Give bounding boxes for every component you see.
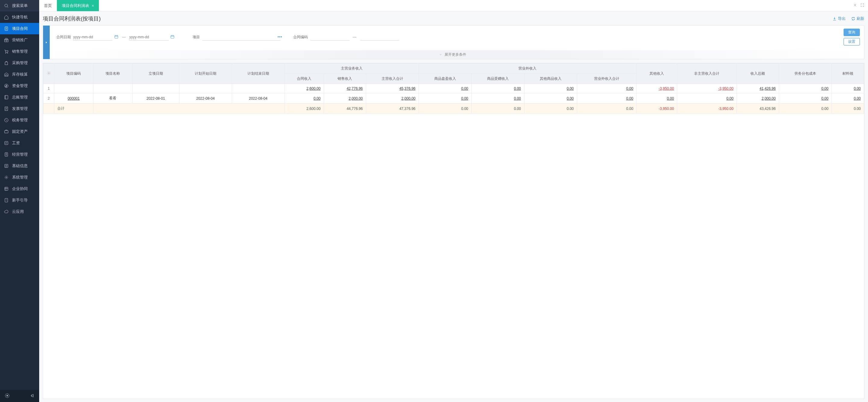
export-button[interactable]: 导出 <box>832 16 846 22</box>
cell-goods-surplus[interactable]: 0.00 <box>418 93 471 104</box>
col-nonop-total[interactable]: 营业外收入合计 <box>577 74 637 84</box>
col-init-date[interactable]: 立项日期 <box>132 64 179 84</box>
project-input[interactable] <box>202 34 281 41</box>
cell-main-income-total[interactable]: 2,000.00 <box>366 93 418 104</box>
col-contract-income[interactable]: 合同收入 <box>284 74 324 84</box>
col-main-income-total[interactable]: 主营收入合计 <box>366 74 418 84</box>
sidebar-item[interactable]: 总账管理 <box>0 92 39 103</box>
footer-other-goods: 0.00 <box>524 104 577 114</box>
cell-income-total[interactable]: 2,000.00 <box>737 93 779 104</box>
sidebar-item[interactable]: 税务管理 <box>0 114 39 126</box>
cell-contract-income[interactable]: 2,600.00 <box>284 84 324 93</box>
more-icon[interactable]: ••• <box>278 35 282 39</box>
sidebar-item-label: 快捷导航 <box>12 14 36 20</box>
tab-active[interactable]: 项目合同利润表 × <box>57 0 99 11</box>
sidebar-item[interactable]: 库存核算 <box>0 69 39 80</box>
cell-other-goods[interactable]: 0.00 <box>524 84 577 93</box>
sidebar-item[interactable]: 销售管理 <box>0 46 39 57</box>
sidebar-item[interactable]: 快捷导航 <box>0 11 39 23</box>
col-plan-end[interactable]: 计划结束日期 <box>232 64 284 84</box>
sidebar-item[interactable]: 企业协同 <box>0 183 39 195</box>
sidebar-item-label: 系统管理 <box>12 175 36 180</box>
cell-other-income[interactable]: 0.00 <box>637 93 677 104</box>
cell-nonmain-total[interactable]: 0.00 <box>677 93 737 104</box>
cell-goods-surplus[interactable]: 0.00 <box>418 84 471 93</box>
col-project-name[interactable]: 项目名称 <box>93 64 132 84</box>
sidebar-item[interactable]: 搜索菜单 <box>0 0 39 11</box>
collapse-sidebar-icon[interactable] <box>30 393 34 399</box>
cell-sales-income[interactable]: 2,000.00 <box>324 93 366 104</box>
sidebar-item[interactable]: 新手引导 <box>0 195 39 206</box>
date-to-input[interactable] <box>129 34 168 41</box>
calendar-icon[interactable] <box>170 35 175 40</box>
sidebar-item[interactable]: 发票管理 <box>0 103 39 114</box>
sidebar-item-label: 经营管理 <box>12 152 36 157</box>
filter-collapse-toggle[interactable] <box>43 26 50 59</box>
svg-point-16 <box>7 395 8 396</box>
cell-other-goods[interactable]: 0.00 <box>524 93 577 104</box>
cell-nonmain-total[interactable]: -3,950.00 <box>677 84 737 93</box>
col-labor-cost[interactable]: 劳务分包成本 <box>779 64 832 84</box>
sidebar-item[interactable]: 资金管理 <box>0 80 39 92</box>
date-from-input[interactable] <box>73 34 113 41</box>
col-nonmain-total[interactable]: 非主营收入合计 <box>677 64 737 84</box>
cell-project-code[interactable]: 000001 <box>54 93 93 104</box>
cell-contract-income[interactable]: 0.00 <box>284 93 324 104</box>
col-config-header[interactable] <box>43 64 54 84</box>
contractno-from-input[interactable] <box>310 34 349 41</box>
sidebar-item[interactable]: 项目合同 <box>0 23 39 34</box>
sidebar-item[interactable]: 系统管理 <box>0 172 39 183</box>
svg-rect-17 <box>115 35 118 38</box>
col-goods-donation[interactable]: 商品受赠收入 <box>471 74 524 84</box>
sidebar-item[interactable]: 基础信息 <box>0 160 39 172</box>
sidebar-item[interactable]: 采购管理 <box>0 57 39 69</box>
cell-goods-donation[interactable]: 0.00 <box>471 84 524 93</box>
refresh-button[interactable]: 刷新 <box>851 16 864 22</box>
cell-goods-donation[interactable]: 0.00 <box>471 93 524 104</box>
cell-labor-cost[interactable]: 0.00 <box>779 84 832 93</box>
refresh-label: 刷新 <box>857 16 864 22</box>
col-material-cost[interactable]: 材料领 <box>832 64 864 84</box>
sidebar-item[interactable]: 工资 <box>0 137 39 149</box>
cell-material-cost[interactable]: 0.00 <box>832 93 864 104</box>
col-project-code[interactable]: 项目编码 <box>54 64 93 84</box>
table-row[interactable]: 2 000001 看看 2022-08-01 2022-08-04 2022-0… <box>43 93 864 104</box>
col-other-goods[interactable]: 其他商品收入 <box>524 74 577 84</box>
settings-icon[interactable] <box>5 393 10 399</box>
col-sales-income[interactable]: 销售收入 <box>324 74 366 84</box>
cell-material-cost[interactable]: 0.00 <box>832 84 864 93</box>
close-all-icon[interactable] <box>853 3 857 8</box>
calendar-icon[interactable] <box>114 35 119 40</box>
cell-nonop-total[interactable]: 0.00 <box>577 84 637 93</box>
col-income-total[interactable]: 收入总额 <box>737 64 779 84</box>
sidebar-scroll[interactable]: 搜索菜单 快捷导航 项目合同 营销推广 销售管理 采购管理 库存核算 资金管理 <box>0 0 39 390</box>
tab-home[interactable]: 首页 <box>39 0 57 11</box>
footer-blank <box>43 104 54 114</box>
close-icon[interactable]: × <box>92 3 94 8</box>
col-goods-surplus[interactable]: 商品盘盈收入 <box>418 74 471 84</box>
cloud-icon <box>4 209 9 214</box>
cell-nonop-total[interactable]: 0.00 <box>577 93 637 104</box>
col-other-income[interactable]: 其他收入 <box>637 64 677 84</box>
cell-income-total[interactable]: 41,426.96 <box>737 84 779 93</box>
home-icon <box>4 14 9 20</box>
sidebar-item[interactable]: 营销推广 <box>0 34 39 46</box>
sidebar-item[interactable]: 经营管理 <box>0 149 39 160</box>
cell-other-income[interactable]: -3,950.00 <box>637 84 677 93</box>
cell-labor-cost[interactable]: 0.00 <box>779 93 832 104</box>
sidebar-item-label: 采购管理 <box>12 60 36 66</box>
fullscreen-icon[interactable] <box>860 3 864 8</box>
sidebar-item[interactable]: 云应用 <box>0 206 39 217</box>
footer-nonop-total: 0.00 <box>577 104 637 114</box>
settings-button[interactable]: 设置 <box>844 38 860 45</box>
sidebar-item-label: 云应用 <box>12 209 36 214</box>
cell-sales-income[interactable]: 42,776.96 <box>324 84 366 93</box>
contractno-to-input[interactable] <box>360 34 399 41</box>
table-scroll[interactable]: 项目编码 项目名称 立项日期 计划开始日期 计划结束日期 主营业务收入 营业外收… <box>43 63 864 399</box>
col-plan-start[interactable]: 计划开始日期 <box>179 64 232 84</box>
sidebar-item[interactable]: 固定资产 <box>0 126 39 137</box>
cell-main-income-total[interactable]: 45,376.96 <box>366 84 418 93</box>
search-button[interactable]: 查询 <box>844 29 860 36</box>
expand-filters[interactable]: 展开更多条件 <box>50 50 856 59</box>
table-row[interactable]: 1 2,600.00 42,776.96 45,376.96 0.00 0.00… <box>43 84 864 93</box>
